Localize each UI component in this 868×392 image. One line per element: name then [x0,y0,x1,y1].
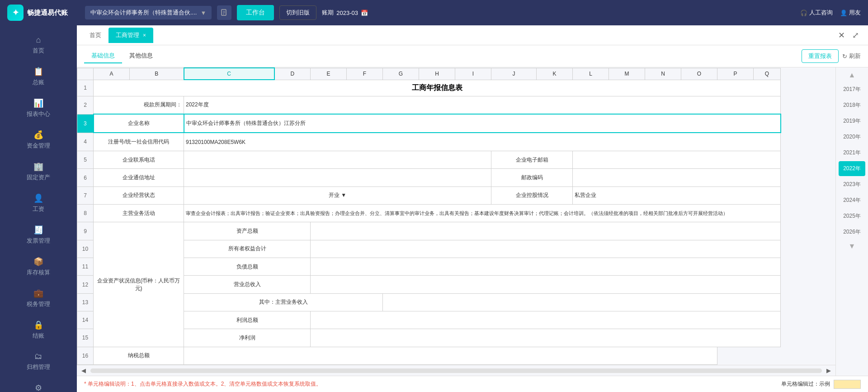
label-cell: 负债总额 [184,258,311,276]
year-nav-up[interactable]: ▲ [836,69,868,81]
sidebar-label-close: 结账 [33,332,44,340]
calendar-icon[interactable]: 📅 [361,10,368,16]
sidebar-label-asset: 固定资产 [27,173,50,182]
year-item-2023年[interactable]: 2023年 [839,177,865,192]
year-item-2025年[interactable]: 2025年 [839,209,865,224]
row-num: 5 [77,151,94,169]
refresh-icon: ↻ [842,53,847,60]
sidebar-item-asset[interactable]: 🏢固定资产 [4,156,73,187]
col-header-G: G [383,68,419,80]
year-item-2020年[interactable]: 2020年 [839,129,865,144]
col-header-C: C [184,68,274,80]
reg-code-cell[interactable]: 91320100MA208E5W6K [184,133,781,151]
sidebar-item-close[interactable]: 🔒结账 [4,315,73,345]
horizontal-scrollbar[interactable]: ◀ ▶ [77,365,835,376]
row-num: 6 [77,169,94,186]
reset-button[interactable]: 重置报表 [802,49,839,63]
revenue-total-cell[interactable] [311,276,781,293]
label-cell: 利润总额 [184,311,311,329]
year-item-2018年[interactable]: 2018年 [839,98,865,113]
col-header-M: M [609,68,645,80]
col-header-O: O [681,68,717,80]
scroll-left-icon[interactable]: ◀ [79,366,89,375]
window-expand-button[interactable]: ⤢ [850,29,861,42]
tab-home[interactable]: 首页 [84,28,107,43]
status-cell[interactable]: 开业 ▼ [184,186,491,204]
close-icon: 🔒 [33,320,43,330]
sidebar-item-tax[interactable]: 💼税务管理 [4,283,73,314]
sidebar-item-capital[interactable]: 💰资金管理 [4,124,73,155]
main-revenue-cell[interactable] [383,293,781,311]
sidebar-item-inventory[interactable]: 📦库存核算 [4,251,73,282]
tab-active[interactable]: 工商管理 × [108,28,153,43]
table-row: 1 工商年报信息表 [77,80,781,96]
liability-cell[interactable] [311,258,781,276]
table-row: 2 税款所属期间： 2022年度 [77,96,781,114]
label-cell: 主营业务活动 [94,205,184,222]
company-name-cell[interactable]: 中审众环会计师事务所（特殊普通合伙）江苏分所 [184,114,781,133]
email-cell[interactable] [573,151,781,169]
example-cell [834,380,861,389]
sidebar-item-archive[interactable]: 🗂归档管理 [4,346,73,377]
table-row: 9 企业资产状况信息(币种：人民币万元) 资产总额 [77,222,781,240]
company-selector[interactable]: 中审众环会计师事务所（特殊普通合伙.... ▼ [85,6,212,19]
tax-total-cell[interactable] [184,347,717,364]
postcode-cell[interactable] [573,169,781,186]
sidebar-item-salary[interactable]: 👤工资 [4,188,73,219]
year-item-2026年[interactable]: 2026年 [839,225,865,239]
user-icon: 👤 [840,10,847,16]
period-label: 账期 [322,9,334,17]
tab-close-button[interactable]: × [143,32,146,38]
value-cell[interactable]: 2022年度 [184,96,781,114]
sidebar-item-invoice[interactable]: 🧾发票管理 [4,220,73,250]
row-num: 15 [77,329,94,347]
label-cell: 注册号/统一社会信用代码 [94,133,184,151]
salary-icon: 👤 [33,193,43,203]
logo-area: ✦ 畅捷通易代账 [7,5,80,21]
year-item-2022年[interactable]: 2022年 [839,161,865,176]
sidebar-label-ledger: 总账 [33,78,44,86]
report-icon: 📊 [33,98,43,108]
table-row: 3 企业名称 中审众环会计师事务所（特殊普通合伙）江苏分所 [77,114,781,133]
col-header-A: A [94,68,130,80]
doc-icon[interactable] [217,5,231,20]
home-icon: ⌂ [36,35,41,45]
sidebar-item-settings[interactable]: ⚙设置 [4,378,73,392]
col-header-P: P [717,68,754,80]
service-button[interactable]: 🎧 人工咨询 [800,9,833,17]
scroll-right-icon[interactable]: ▶ [824,366,834,375]
label-cell: 所有者权益合计 [184,240,311,258]
spreadsheet-wrapper[interactable]: A B C D E F G H I J [77,67,835,365]
label-cell: 企业名称 [94,114,184,133]
window-close-button[interactable]: ✕ [836,29,847,42]
label-cell: 其中：主营业务收入 [184,293,383,311]
year-item-2017年[interactable]: 2017年 [839,82,865,97]
holding-cell[interactable]: 私营企业 [573,186,781,204]
address-cell[interactable] [184,169,491,186]
sub-tab-basic[interactable]: 基础信息 [84,49,122,63]
scroll-track[interactable] [90,368,822,373]
user-avatar[interactable]: 👤 用友 [840,9,861,17]
old-version-button[interactable]: 切到旧版 [279,5,316,20]
sidebar-item-home[interactable]: ⌂首页 [4,30,73,60]
year-item-2021年[interactable]: 2021年 [839,145,865,160]
row-num: 3 [77,114,94,133]
year-item-2024年[interactable]: 2024年 [839,193,865,208]
sub-tab-other[interactable]: 其他信息 [122,49,160,63]
profit-cell[interactable] [311,311,781,329]
sidebar-item-report[interactable]: 📊报表中心 [4,93,73,124]
equity-cell[interactable] [311,240,781,258]
spreadsheet-grid: A B C D E F G H I J [77,67,781,365]
year-nav-down[interactable]: ▼ [836,240,868,252]
inventory-icon: 📦 [33,257,43,267]
year-item-2019年[interactable]: 2019年 [839,114,865,129]
workspace-button[interactable]: 工作台 [237,5,274,20]
sidebar-item-ledger[interactable]: 📋总账 [4,61,73,92]
business-cell[interactable]: 审查企业会计报表；出具审计报告；验证企业资本；出具验资报告；办理企业合并、分立、… [184,205,781,222]
label-cell: 企业电子邮箱 [491,151,573,169]
phone-cell[interactable] [184,151,491,169]
net-profit-cell[interactable] [311,329,781,347]
label-cell: 企业联系电话 [94,151,184,169]
refresh-button[interactable]: ↻ 刷新 [842,52,861,60]
assets-total-cell[interactable] [311,222,781,240]
